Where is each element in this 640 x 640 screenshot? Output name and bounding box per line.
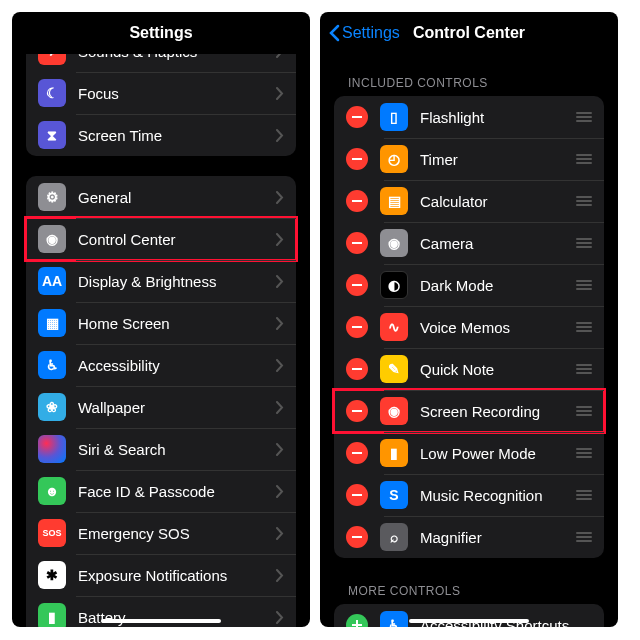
chevron-left-icon (328, 24, 340, 42)
drag-handle-icon[interactable] (576, 364, 592, 374)
settings-list[interactable]: ♪Sounds & Haptics☾Focus⧗Screen Time⚙Gene… (12, 54, 310, 627)
settings-row-sounds-haptics[interactable]: ♪Sounds & Haptics (26, 54, 296, 72)
navbar: Settings (12, 12, 310, 54)
control-row-timer[interactable]: ◴Timer (334, 138, 604, 180)
drag-handle-icon[interactable] (576, 154, 592, 164)
home-screen-icon: ▦ (38, 309, 66, 337)
focus-icon: ☾ (38, 79, 66, 107)
controls-group: ♿︎Accessibility Shortcuts⏰Alarm▭Apple TV… (334, 604, 604, 627)
siri-icon (38, 435, 66, 463)
settings-row-exposure-notifications[interactable]: ✱Exposure Notifications (26, 554, 296, 596)
control-row-voice-memos[interactable]: ∿Voice Memos (334, 306, 604, 348)
row-label: Music Recognition (420, 487, 576, 504)
settings-row-accessibility[interactable]: ♿︎Accessibility (26, 344, 296, 386)
control-row-camera[interactable]: ◉Camera (334, 222, 604, 264)
remove-button[interactable] (346, 232, 368, 254)
settings-row-control-center[interactable]: ◉Control Center (26, 218, 296, 260)
row-label: Screen Time (78, 127, 276, 144)
remove-button[interactable] (346, 274, 368, 296)
back-button[interactable]: Settings (328, 24, 400, 42)
chevron-right-icon (276, 317, 284, 330)
drag-handle-icon[interactable] (576, 196, 592, 206)
control-row-music-recognition[interactable]: SMusic Recognition (334, 474, 604, 516)
chevron-right-icon (276, 87, 284, 100)
remove-button[interactable] (346, 526, 368, 548)
accessibility-shortcuts-icon: ♿︎ (380, 611, 408, 627)
chevron-right-icon (276, 129, 284, 142)
exposure-icon: ✱ (38, 561, 66, 589)
page-title: Settings (129, 24, 192, 42)
remove-button[interactable] (346, 442, 368, 464)
row-label: General (78, 189, 276, 206)
remove-button[interactable] (346, 190, 368, 212)
settings-row-emergency-sos[interactable]: SOSEmergency SOS (26, 512, 296, 554)
row-label: Low Power Mode (420, 445, 576, 462)
general-icon: ⚙ (38, 183, 66, 211)
row-label: Flashlight (420, 109, 576, 126)
quick-note-icon: ✎ (380, 355, 408, 383)
settings-row-display-brightness[interactable]: AADisplay & Brightness (26, 260, 296, 302)
settings-row-siri-search[interactable]: Siri & Search (26, 428, 296, 470)
row-label: Dark Mode (420, 277, 576, 294)
battery-icon: ▮ (38, 603, 66, 627)
timer-icon: ◴ (380, 145, 408, 173)
settings-row-face-id-passcode[interactable]: ☻Face ID & Passcode (26, 470, 296, 512)
drag-handle-icon[interactable] (576, 112, 592, 122)
control-row-low-power-mode[interactable]: ▮Low Power Mode (334, 432, 604, 474)
drag-handle-icon[interactable] (576, 280, 592, 290)
home-indicator[interactable] (409, 619, 529, 623)
settings-row-general[interactable]: ⚙General (26, 176, 296, 218)
row-label: Magnifier (420, 529, 576, 546)
accessibility-icon: ♿︎ (38, 351, 66, 379)
camera-icon: ◉ (380, 229, 408, 257)
remove-button[interactable] (346, 316, 368, 338)
back-label: Settings (342, 24, 400, 42)
row-label: Siri & Search (78, 441, 276, 458)
chevron-right-icon (276, 54, 284, 58)
remove-button[interactable] (346, 148, 368, 170)
controls-group: ▯Flashlight◴Timer▤Calculator◉Camera◐Dark… (334, 96, 604, 558)
row-label: Wallpaper (78, 399, 276, 416)
settings-row-focus[interactable]: ☾Focus (26, 72, 296, 114)
drag-handle-icon[interactable] (576, 532, 592, 542)
remove-button[interactable] (346, 106, 368, 128)
add-button[interactable] (346, 614, 368, 627)
wallpaper-icon: ❀ (38, 393, 66, 421)
control-row-flashlight[interactable]: ▯Flashlight (334, 96, 604, 138)
control-row-accessibility-shortcuts[interactable]: ♿︎Accessibility Shortcuts (334, 604, 604, 627)
voice-memos-icon: ∿ (380, 313, 408, 341)
drag-handle-icon[interactable] (576, 406, 592, 416)
settings-screen: Settings ♪Sounds & Haptics☾Focus⧗Screen … (12, 12, 310, 627)
control-row-dark-mode[interactable]: ◐Dark Mode (334, 264, 604, 306)
settings-row-home-screen[interactable]: ▦Home Screen (26, 302, 296, 344)
drag-handle-icon[interactable] (576, 322, 592, 332)
chevron-right-icon (276, 191, 284, 204)
settings-row-screen-time[interactable]: ⧗Screen Time (26, 114, 296, 156)
drag-handle-icon[interactable] (576, 490, 592, 500)
sounds-icon: ♪ (38, 54, 66, 65)
control-row-screen-recording[interactable]: ◉Screen Recording (334, 390, 604, 432)
row-label: Screen Recording (420, 403, 576, 420)
remove-button[interactable] (346, 484, 368, 506)
sos-icon: SOS (38, 519, 66, 547)
row-label: Focus (78, 85, 276, 102)
row-label: Home Screen (78, 315, 276, 332)
control-row-calculator[interactable]: ▤Calculator (334, 180, 604, 222)
control-center-list[interactable]: INCLUDED CONTROLS▯Flashlight◴Timer▤Calcu… (320, 54, 618, 627)
section-header: MORE CONTROLS (320, 578, 618, 604)
drag-handle-icon[interactable] (576, 448, 592, 458)
calculator-icon: ▤ (380, 187, 408, 215)
settings-row-wallpaper[interactable]: ❀Wallpaper (26, 386, 296, 428)
chevron-right-icon (276, 485, 284, 498)
page-title: Control Center (413, 24, 525, 42)
remove-button[interactable] (346, 358, 368, 380)
control-row-quick-note[interactable]: ✎Quick Note (334, 348, 604, 390)
home-indicator[interactable] (101, 619, 221, 623)
flashlight-icon: ▯ (380, 103, 408, 131)
chevron-right-icon (276, 569, 284, 582)
low-power-icon: ▮ (380, 439, 408, 467)
remove-button[interactable] (346, 400, 368, 422)
control-row-magnifier[interactable]: ⌕Magnifier (334, 516, 604, 558)
drag-handle-icon[interactable] (576, 238, 592, 248)
settings-group: ♪Sounds & Haptics☾Focus⧗Screen Time (26, 54, 296, 156)
